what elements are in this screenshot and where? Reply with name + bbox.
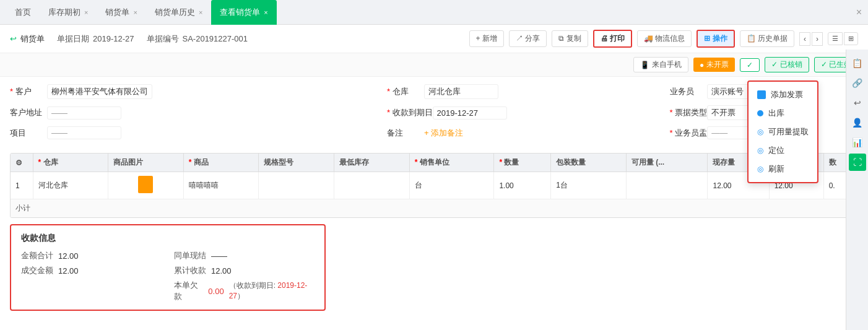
list-view-button[interactable]: ☰: [828, 32, 843, 45]
dropdown-refresh[interactable]: ◎ 刷新: [749, 160, 817, 178]
sidebar-doc-icon[interactable]: 📋: [849, 54, 866, 72]
tab-close-history[interactable]: ×: [199, 9, 202, 16]
row-quantity: 1.00: [494, 172, 551, 199]
warehouse-field: 仓库 河北仓库: [387, 84, 670, 99]
tab-inventory-init[interactable]: 库存期初 ×: [40, 0, 97, 25]
row-spec: [259, 172, 334, 199]
document-meta: 单据日期 2019-12-27 单据编号 SA-20191227-001: [57, 33, 248, 45]
checked-off-button[interactable]: ✓ 已核销: [765, 57, 809, 72]
document-actions: + 新增 ↗ 分享 ⧉ 复制 🖨 打印 🚚 物流信息 ⊞ 操作 📋 历史单据 ‹…: [469, 30, 858, 48]
document-title: ↩ 销货单: [10, 33, 45, 45]
col-min-stock: 最低库存: [334, 154, 410, 172]
sidebar-link-icon[interactable]: 🔗: [849, 74, 866, 92]
note-field: 备注 添加备注: [387, 128, 670, 139]
total-amount-item: 金额合计 12.00: [21, 250, 162, 261]
subtotal-row: 小计: [11, 199, 857, 218]
copy-button[interactable]: ⧉ 复制: [552, 30, 588, 47]
dropdown-outbound[interactable]: 出库: [749, 104, 817, 123]
document-header: ↩ 销货单 单据日期 2019-12-27 单据编号 SA-20191227-0…: [0, 25, 868, 53]
doc-type-label: 销货单: [20, 33, 45, 45]
prev-button[interactable]: ‹: [799, 32, 810, 46]
outbound-icon: [757, 110, 763, 116]
view-toggle: ☰ ⊞: [828, 32, 858, 45]
same-order-settle-item: 同单现结 ——: [174, 250, 315, 261]
next-button[interactable]: ›: [812, 32, 823, 46]
customer-label: 客户: [10, 86, 47, 97]
table-row: 1 河北仓库 嘻嘻嘻嘻 台 1.00 1台 12.00 12.00: [11, 172, 857, 199]
grid-view-button[interactable]: ⊞: [844, 32, 858, 45]
tab-close-inventory[interactable]: ×: [84, 9, 88, 16]
col-image: 商品图片: [108, 154, 184, 172]
warehouse-value: 河北仓库: [424, 84, 498, 99]
address-label: 客户地址: [10, 107, 47, 118]
row-min-stock: [334, 172, 410, 199]
toolbar-row: 📱 来自手机 ● 未开票 ✓ ✓ 已核销 ✓ 已生效: [0, 53, 868, 77]
row-package-qty: 1台: [551, 172, 627, 199]
date-value: 2019-12-27: [93, 34, 134, 43]
sidebar-return-icon[interactable]: ↩: [849, 94, 866, 111]
summary-grid: 金额合计 12.00 同单现结 —— 成交金额 12.00 累计收款 12.00…: [21, 250, 315, 302]
main-content: ↩ 销货单 单据日期 2019-12-27 单据编号 SA-20191227-0…: [0, 25, 868, 330]
products-table: ⚙ 仓库 商品图片 商品 规格型号 最低库存 销售单位 数量 包装数量 可用量 …: [11, 154, 857, 217]
extract-icon: ◎: [757, 128, 763, 136]
complete-icon: ✓: [747, 61, 753, 69]
note-label: 备注: [387, 128, 424, 139]
sidebar-user-icon[interactable]: 👤: [849, 114, 866, 131]
col-product: 商品: [183, 154, 259, 172]
col-unit: 销售单位: [409, 154, 494, 172]
dropdown-available-extract[interactable]: ◎ 可用量提取: [749, 123, 817, 141]
summary-box: 收款信息 金额合计 12.00 同单现结 —— 成交金额 12.00 累计收款 …: [10, 224, 326, 311]
product-image: [138, 176, 153, 193]
tab-home[interactable]: 首页: [6, 0, 40, 25]
tab-view-sales[interactable]: 查看销货单 ×: [211, 0, 276, 25]
project-field: 项目 ——: [10, 126, 387, 139]
phone-icon: 📱: [640, 61, 649, 69]
cumulative-payment-item: 累计收款 12.00: [174, 265, 315, 276]
col-quantity: 数量: [494, 154, 551, 172]
history-docs-button[interactable]: 📋 历史单据: [740, 30, 794, 47]
ticket-type-label: 票据类型: [670, 107, 708, 118]
doc-date-field: 单据日期 2019-12-27: [57, 33, 134, 45]
right-sidebar: 📋 🔗 ↩ 👤 📊 ⛶: [846, 50, 868, 330]
tab-close-sales[interactable]: ×: [133, 9, 137, 16]
address-value: ——: [47, 106, 121, 119]
add-invoice-icon: [757, 90, 766, 99]
deal-amount-item: 成交金额 12.00: [21, 265, 162, 276]
doc-number-field: 单据编号 SA-20191227-001: [147, 33, 248, 45]
window-close-button[interactable]: ×: [856, 7, 862, 18]
logistics-button[interactable]: 🚚 物流信息: [637, 30, 692, 47]
tab-bar: 首页 库存期初 × 销货单 × 销货单历史 × 查看销货单 × ×: [0, 0, 868, 25]
subtotal-label: 小计: [11, 199, 857, 218]
row-warehouse: 河北仓库: [33, 172, 108, 199]
sidebar-expand-icon[interactable]: ⛶: [849, 154, 866, 171]
form-row-2: 客户地址 —— 收款到期日 2019-12-27 票据类型 不开票: [10, 105, 858, 120]
current-debt-item: 本单欠款 0.00 （收款到期日: 2019-12-27）: [174, 280, 315, 302]
new-button[interactable]: + 新增: [469, 30, 504, 47]
col-package-qty: 包装数量: [551, 154, 627, 172]
share-button[interactable]: ↗ 分享: [509, 30, 547, 47]
from-phone-button[interactable]: 📱 来自手机: [633, 57, 688, 72]
dropdown-locate[interactable]: ◎ 定位: [749, 141, 817, 160]
tab-close-view[interactable]: ×: [264, 9, 267, 16]
dropdown-add-invoice[interactable]: 添加发票: [749, 85, 817, 104]
data-table-container: ⚙ 仓库 商品图片 商品 规格型号 最低库存 销售单位 数量 包装数量 可用量 …: [10, 153, 858, 218]
refresh-icon: ◎: [757, 165, 763, 173]
due-date-field: 收款到期日 2019-12-27: [387, 106, 670, 119]
row-product: 嘻嘻嘻嘻: [183, 172, 259, 199]
table-header-row: ⚙ 仓库 商品图片 商品 规格型号 最低库存 销售单位 数量 包装数量 可用量 …: [11, 154, 857, 172]
gear-icon[interactable]: ⚙: [15, 158, 22, 167]
sidebar-chart-icon[interactable]: 📊: [849, 134, 866, 151]
not-invoiced-button[interactable]: ● 未开票: [693, 58, 735, 72]
tab-sales-order[interactable]: 销货单 ×: [97, 0, 145, 25]
col-gear[interactable]: ⚙: [11, 154, 33, 172]
completed-button[interactable]: ✓: [740, 58, 760, 72]
add-note-button[interactable]: 添加备注: [424, 128, 463, 139]
due-date-label: 收款到期日: [387, 107, 433, 118]
address-field: 客户地址 ——: [10, 106, 387, 119]
row-available: [626, 172, 708, 199]
tab-sales-history[interactable]: 销货单历史 ×: [146, 0, 211, 25]
print-button[interactable]: 🖨 打印: [593, 30, 632, 48]
due-date-value: 2019-12-27: [433, 106, 507, 119]
operation-button[interactable]: ⊞ 操作: [697, 30, 734, 48]
warehouse-label: 仓库: [387, 86, 424, 97]
